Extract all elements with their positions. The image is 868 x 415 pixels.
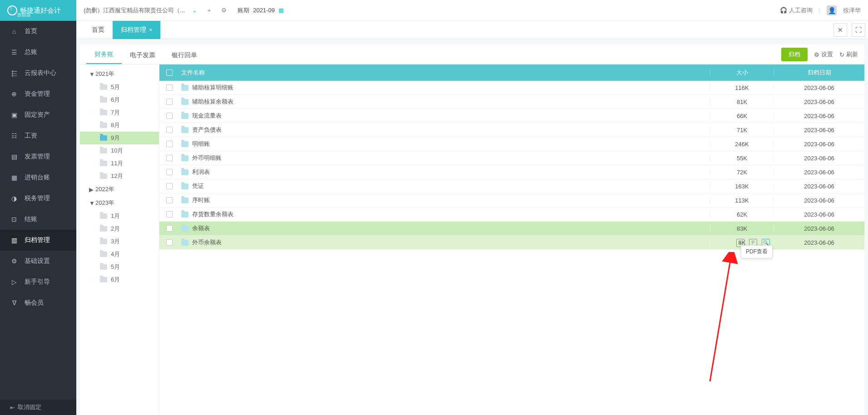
row-checkbox[interactable] [166, 84, 173, 91]
table-row[interactable]: 余额表83K2023-06-06 [159, 222, 864, 236]
tree-month[interactable]: 10月 [80, 144, 159, 157]
file-date: 2023-06-06 [774, 99, 864, 105]
close-icon[interactable]: × [149, 27, 152, 33]
row-checkbox[interactable] [166, 211, 173, 217]
brand-icon [7, 5, 17, 15]
sidebar-item-11[interactable]: ⚙基础设置 [0, 251, 76, 272]
subtab-finance[interactable]: 财务账 [86, 46, 122, 64]
tree-month[interactable]: 1月 [80, 210, 159, 222]
tree-year-2022[interactable]: ▶2022年 [80, 183, 159, 196]
period-value[interactable]: 2021-09 [253, 7, 275, 14]
settings-link[interactable]: ⚙设置 [814, 50, 833, 59]
select-all-checkbox[interactable] [166, 69, 173, 76]
file-date: 2023-06-06 [774, 239, 864, 246]
calendar-icon[interactable]: ▦ [278, 7, 284, 14]
tree-month-label: 9月 [111, 134, 120, 142]
sidebar-item-0[interactable]: ⌂首页 [0, 21, 76, 42]
file-date: 2023-06-06 [774, 155, 864, 162]
caret-down-icon: ▼ [89, 200, 95, 207]
table-row[interactable]: 资产负债表71K2023-06-06 [159, 123, 864, 137]
folder-icon [181, 85, 188, 91]
tree-month[interactable]: 12月 [80, 170, 159, 183]
sidebar-item-1[interactable]: ☰总账 [0, 42, 76, 63]
tree-month-label: 2月 [111, 225, 120, 233]
sidebar-item-2[interactable]: ⬱云报表中心 [0, 63, 76, 84]
row-checkbox[interactable] [166, 225, 173, 232]
file-size: 246K [710, 141, 774, 148]
subtab-einvoice[interactable]: 电子发票 [122, 47, 164, 64]
folder-icon [181, 212, 188, 217]
file-size: 83K [710, 225, 774, 232]
tree-month-label: 11月 [111, 159, 123, 168]
tree-month[interactable]: 11月 [80, 157, 159, 170]
folder-icon [100, 110, 107, 115]
tree-month[interactable]: 3月 [80, 235, 159, 248]
refresh-link[interactable]: ↻刷新 [839, 50, 858, 59]
file-date: 2023-06-06 [774, 225, 864, 232]
table-row[interactable]: 序时账113K2023-06-06 [159, 193, 864, 208]
sidebar-item-6[interactable]: ▤发票管理 [0, 146, 76, 167]
row-checkbox[interactable] [166, 99, 173, 105]
sidebar-item-9[interactable]: ⊡结账 [0, 209, 76, 230]
tree-year-label: 2021年 [95, 70, 114, 78]
tree-month[interactable]: 7月 [80, 106, 159, 119]
tree-month[interactable]: 5月 [80, 261, 159, 273]
tab-archive[interactable]: 归档管理 × [113, 21, 160, 39]
company-selector[interactable]: (勿删）江西服宝精品有限责任公司（... [84, 6, 185, 15]
tree-year-2023[interactable]: ▼2023年 [80, 196, 159, 210]
table-row[interactable]: 明细账246K2023-06-06 [159, 137, 864, 151]
archive-button[interactable]: 归档 [781, 48, 808, 61]
sidebar-item-3[interactable]: ⊕资金管理 [0, 84, 76, 104]
tree-month[interactable]: 8月 [80, 119, 159, 132]
sidebar-item-label: 归档管理 [25, 236, 50, 244]
table-row[interactable]: 利润表72K2023-06-06 [159, 165, 864, 179]
sidebar-item-8[interactable]: ◑税务管理 [0, 188, 76, 209]
table-row[interactable]: 凭证163K2023-06-06 [159, 179, 864, 193]
tab-home[interactable]: 首页 [84, 21, 113, 39]
avatar-icon[interactable]: 👤 [827, 5, 837, 15]
chevron-down-icon[interactable]: ⌄ [192, 7, 197, 14]
support-link[interactable]: 🎧 人工咨询 [780, 6, 813, 15]
sidebar-item-13[interactable]: ∇畅会员 [0, 292, 76, 313]
table-row[interactable]: 存货数量余额表62K2023-06-06 [159, 208, 864, 222]
row-checkbox[interactable] [166, 141, 173, 147]
col-date: 归档日期 [774, 69, 864, 77]
tree-year-2021[interactable]: ▼2021年 [80, 67, 159, 81]
unpin-sidebar[interactable]: ⇤ 取消固定 [0, 400, 76, 415]
row-checkbox[interactable] [166, 127, 173, 133]
gear-icon[interactable]: ⚙ [221, 7, 227, 14]
row-checkbox[interactable] [166, 183, 173, 189]
row-checkbox[interactable] [166, 169, 173, 175]
folder-icon [100, 226, 107, 232]
table-row[interactable]: 辅助核算余额表81K2023-06-06 [159, 95, 864, 109]
tree-month[interactable]: 6月 [80, 273, 159, 286]
row-checkbox[interactable] [166, 113, 173, 119]
row-checkbox[interactable] [166, 197, 173, 203]
sidebar-item-7[interactable]: ▦进销台账 [0, 167, 76, 188]
sidebar-item-label: 首页 [25, 27, 37, 35]
table-row[interactable]: 辅助核算明细账116K2023-06-06 [159, 81, 864, 95]
close-all-tabs-button[interactable]: ✕ [833, 23, 847, 37]
tree-month[interactable]: 5月 [80, 81, 159, 94]
row-checkbox[interactable] [166, 239, 173, 246]
sidebar-item-label: 新手引导 [25, 278, 50, 286]
tree-month[interactable]: 9月 [80, 132, 159, 144]
table-row[interactable]: 现金流量表66K2023-06-06 [159, 109, 864, 123]
tree-month-label: 1月 [111, 212, 120, 220]
sidebar-item-5[interactable]: ☷工资 [0, 125, 76, 146]
sidebar-item-10[interactable]: ▥归档管理 [0, 230, 76, 251]
tree-month-label: 10月 [111, 147, 123, 155]
sidebar-item-12[interactable]: ▷新手引导 [0, 272, 76, 292]
tree-month-label: 12月 [111, 172, 123, 180]
tree-month[interactable]: 6月 [80, 94, 159, 106]
sidebar-item-4[interactable]: ▣固定资产 [0, 104, 76, 125]
user-name[interactable]: 徐泽华 [843, 6, 861, 15]
subtab-bank[interactable]: 银行回单 [164, 47, 205, 64]
fullscreen-button[interactable]: ⛶ [852, 23, 865, 37]
table-row[interactable]: 外币明细账55K2023-06-06 [159, 151, 864, 165]
tree-month[interactable]: 4月 [80, 248, 159, 261]
row-checkbox[interactable] [166, 155, 173, 161]
add-icon[interactable]: ＋ [206, 6, 212, 15]
tree-month[interactable]: 2月 [80, 222, 159, 235]
file-date: 2023-06-06 [774, 127, 864, 133]
